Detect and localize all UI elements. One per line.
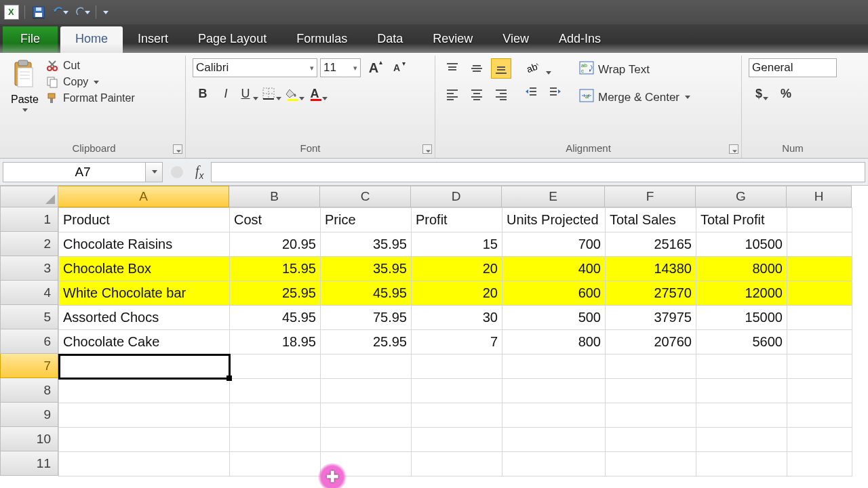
row-header-8[interactable]: 8 (0, 378, 58, 403)
cell-E8[interactable] (502, 379, 606, 403)
borders-button[interactable] (262, 84, 282, 103)
tab-file[interactable]: File (3, 26, 58, 53)
font-size-combo[interactable]: 11▾ (320, 58, 361, 77)
cell-A10[interactable] (59, 428, 230, 452)
paste-button[interactable]: Paste (9, 58, 40, 113)
cell-B8[interactable] (230, 379, 321, 403)
align-middle-button[interactable] (467, 58, 487, 79)
col-header-B[interactable]: B (229, 186, 320, 207)
cell-A6[interactable]: Chocolate Cake (59, 330, 230, 354)
cell-B2[interactable]: 20.95 (230, 232, 321, 257)
cell-D5[interactable]: 30 (412, 306, 502, 330)
row-header-5[interactable]: 5 (0, 305, 58, 329)
cell-B6[interactable]: 18.95 (230, 330, 321, 354)
merge-center-button[interactable]: a Merge & Center (575, 86, 694, 108)
cell-C7[interactable] (321, 354, 412, 379)
redo-button[interactable] (74, 5, 90, 20)
cell-H11[interactable] (787, 452, 852, 476)
cell-F2[interactable]: 25165 (606, 232, 696, 257)
cell-E7[interactable] (502, 354, 606, 379)
cell-H3[interactable] (787, 257, 852, 281)
cell-E10[interactable] (502, 428, 606, 452)
cell-G4[interactable]: 12000 (696, 281, 787, 306)
cell-D1[interactable]: Profit (412, 208, 502, 232)
cell-F11[interactable] (606, 452, 696, 476)
alignment-dialog-launcher[interactable] (729, 144, 738, 154)
cell-G5[interactable]: 15000 (696, 306, 787, 330)
row-header-9[interactable]: 9 (0, 403, 58, 427)
tab-insert[interactable]: Insert (123, 26, 183, 53)
decrease-indent-button[interactable] (521, 83, 541, 102)
col-header-A[interactable]: A (58, 186, 229, 207)
bold-button[interactable]: B (193, 84, 213, 103)
cell-C10[interactable] (321, 428, 412, 452)
percent-format-button[interactable]: % (776, 84, 796, 103)
row-header-6[interactable]: 6 (0, 329, 58, 354)
cell-B9[interactable] (230, 403, 321, 428)
cell-A2[interactable]: Chocolate Raisins (59, 232, 230, 257)
tab-addins[interactable]: Add-Ins (544, 26, 616, 53)
number-format-combo[interactable]: General (749, 58, 837, 77)
cell-C9[interactable] (321, 403, 412, 428)
cell-B11[interactable] (230, 452, 321, 476)
row-header-2[interactable]: 2 (0, 232, 58, 256)
cut-button[interactable]: Cut (44, 58, 136, 73)
cell-D4[interactable]: 20 (412, 281, 502, 306)
col-header-F[interactable]: F (605, 186, 696, 207)
cell-G8[interactable] (696, 379, 787, 403)
tab-review[interactable]: Review (418, 26, 488, 53)
wrap-text-button[interactable]: abc Wrap Text (575, 58, 694, 81)
row-header-11[interactable]: 11 (0, 451, 58, 476)
row-header-7[interactable]: 7 (0, 354, 58, 378)
cell-D3[interactable]: 20 (412, 257, 502, 281)
cell-E2[interactable]: 700 (502, 232, 606, 257)
fx-icon[interactable]: fx (189, 163, 211, 181)
cell-A4[interactable]: White Chocolate bar (59, 281, 230, 306)
col-header-G[interactable]: G (696, 186, 787, 207)
cell-F6[interactable]: 20760 (606, 330, 696, 354)
row-header-10[interactable]: 10 (0, 427, 58, 451)
cell-H1[interactable] (787, 208, 852, 232)
cell-C8[interactable] (321, 379, 412, 403)
cell-E3[interactable]: 400 (502, 257, 606, 281)
cell-D11[interactable] (412, 452, 502, 476)
format-painter-button[interactable]: Format Painter (44, 91, 136, 106)
col-header-H[interactable]: H (787, 186, 852, 207)
formula-input[interactable] (211, 162, 865, 182)
tab-formulas[interactable]: Formulas (281, 26, 362, 53)
cell-H5[interactable] (787, 306, 852, 330)
cell-G11[interactable] (696, 452, 787, 476)
underline-button[interactable]: U (239, 84, 259, 103)
cell-E6[interactable]: 800 (502, 330, 606, 354)
name-box-dropdown[interactable] (145, 162, 163, 182)
cell-D6[interactable]: 7 (412, 330, 502, 354)
cell-A11[interactable] (59, 452, 230, 476)
clipboard-dialog-launcher[interactable] (173, 144, 182, 154)
save-button[interactable] (31, 5, 47, 20)
cell-H9[interactable] (787, 403, 852, 428)
font-color-button[interactable]: A (308, 84, 328, 103)
shrink-font-button[interactable]: A▾ (387, 58, 407, 77)
cell-H2[interactable] (787, 232, 852, 257)
cell-G2[interactable]: 10500 (696, 232, 787, 257)
cell-C6[interactable]: 25.95 (321, 330, 412, 354)
cell-E4[interactable]: 600 (502, 281, 606, 306)
cell-E1[interactable]: Units Projected (502, 208, 606, 232)
row-header-4[interactable]: 4 (0, 281, 58, 305)
cell-A5[interactable]: Assorted Chocs (59, 306, 230, 330)
cell-E9[interactable] (502, 403, 606, 428)
cell-F9[interactable] (606, 403, 696, 428)
cell-C2[interactable]: 35.95 (321, 232, 412, 257)
cell-D2[interactable]: 15 (412, 232, 502, 257)
cell-F3[interactable]: 14380 (606, 257, 696, 281)
cell-F8[interactable] (606, 379, 696, 403)
accounting-format-button[interactable]: $ (749, 84, 769, 103)
align-top-button[interactable] (442, 58, 462, 79)
cell-F10[interactable] (606, 428, 696, 452)
tab-page-layout[interactable]: Page Layout (183, 26, 281, 53)
cell-C1[interactable]: Price (321, 208, 412, 232)
tab-home[interactable]: Home (60, 26, 123, 53)
increase-indent-button[interactable] (545, 83, 566, 102)
orientation-button[interactable]: ab (521, 58, 552, 77)
cell-H6[interactable] (787, 330, 852, 354)
